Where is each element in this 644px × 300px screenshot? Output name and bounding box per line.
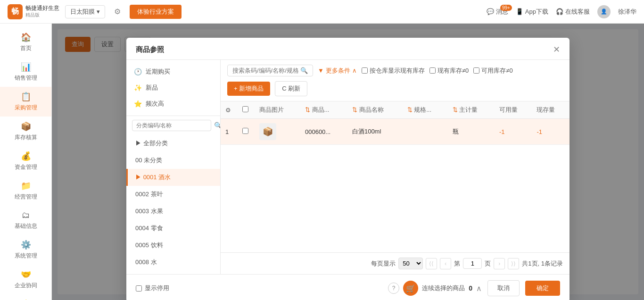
th-code[interactable]: ⇅ 商品... <box>300 101 347 119</box>
modal-title: 商品参照 <box>136 45 164 54</box>
home-icon: 🏠 <box>21 32 31 42</box>
select-all-checkbox[interactable] <box>242 106 248 112</box>
cart-area: ? 🛒 连续选择的商品 0 ∧ <box>388 281 482 296</box>
first-page-btn[interactable]: ⟨⟨ <box>426 258 437 269</box>
page-word: 第 <box>454 259 460 268</box>
modal-header: 商品参照 ✕ <box>126 38 570 60</box>
sidebar-item-basic[interactable]: 🗂 基础信息 <box>0 206 51 235</box>
checkbox-usable-ne0[interactable] <box>473 67 479 74</box>
basic-icon: 🗂 <box>22 210 30 220</box>
sidebar-label-finance: 资金管理 <box>15 163 37 171</box>
category-search-icon[interactable]: 🔍 <box>214 122 221 129</box>
product-thumbnail: 📦 <box>259 123 276 140</box>
th-spec[interactable]: ⇅ 规格... <box>403 101 448 119</box>
sales-icon: 📊 <box>21 62 31 72</box>
checkbox-warehouse-label[interactable]: 按仓库显示现有库存 <box>362 67 425 75</box>
page-number-input[interactable] <box>463 258 482 269</box>
th-name[interactable]: ⇅ 商品名称 <box>347 101 403 119</box>
th-checkbox[interactable] <box>238 101 255 119</box>
product-search-input[interactable] <box>232 67 298 74</box>
cell-code: 000600... <box>300 119 347 145</box>
sidebar-item-home[interactable]: 🏠 首页 <box>0 27 51 57</box>
sidebar-item-guide[interactable]: 🌟 新手引导 <box>0 294 51 300</box>
cell-checkbox[interactable] <box>238 119 255 145</box>
table-row[interactable]: 1 📦 000600... 白酒100ml 瓶 <box>221 119 570 145</box>
top-nav: 畅 畅捷通好生意 精品版 日太阳膜 ▾ ⚙ 体验行业方案 💬 消息 99+ 📱 … <box>0 0 644 24</box>
category-item-0003[interactable]: 0003 水果 <box>126 203 220 220</box>
category-list: ▶ 全部分类 00 未分类 ▶ 0001 酒水 0002 茶叶 <box>126 135 220 274</box>
sidebar: 🏠 首页 📊 销售管理 📋 采购管理 📦 库存核算 💰 资金管理 📁 经营管理 … <box>0 24 52 300</box>
pagination: 每页显示 50 100 200 ⟨⟨ ‹ 第 页 › <box>221 252 570 274</box>
cell-stock: -1 <box>532 119 570 145</box>
sidebar-item-sales[interactable]: 📊 销售管理 <box>0 57 51 87</box>
cell-unit: 瓶 <box>448 119 495 145</box>
checkbox-stock-label[interactable]: 现有库存≠0 <box>429 67 469 75</box>
star-icon: ⭐ <box>134 100 142 108</box>
search-icon[interactable]: 🔍 <box>300 67 308 74</box>
purchase-icon: 📋 <box>21 92 31 102</box>
sort-icon-name: ⇅ <box>352 106 357 113</box>
category-item-00[interactable]: 00 未分类 <box>126 152 220 169</box>
tab-frequent[interactable]: ⭐ 频次高 <box>126 96 220 112</box>
filter-btn[interactable]: ▼ 更多条件 ∧ <box>318 67 357 75</box>
nav-right: 💬 消息 99+ 📱 App下载 🎧 在线客服 👤 徐泽华 <box>487 5 636 18</box>
app-download-btn[interactable]: 📱 App下载 <box>516 8 548 16</box>
online-service-btn[interactable]: 🎧 在线客服 <box>556 8 590 16</box>
th-settings[interactable]: ⚙ <box>221 101 238 119</box>
last-page-btn[interactable]: ⟩⟩ <box>508 258 519 269</box>
sidebar-item-enterprise[interactable]: 🤝 企业协同 <box>0 265 51 294</box>
category-item-0001[interactable]: ▶ 0001 酒水 <box>126 169 220 186</box>
collapse-cart-icon[interactable]: ∧ <box>476 284 482 293</box>
product-reference-modal: 商品参照 ✕ 🕐 近期购买 ✨ <box>126 38 570 300</box>
cart-count: 0 <box>469 284 472 292</box>
page-size-select[interactable]: 50 100 200 <box>398 258 423 269</box>
table-header-row: ⚙ 商品图片 ⇅ 商品... ⇅ <box>221 101 570 119</box>
category-item-0004[interactable]: 0004 零食 <box>126 220 220 237</box>
th-usable: 可用量 <box>495 101 532 119</box>
modal-close-btn[interactable]: ✕ <box>553 44 560 55</box>
row-checkbox[interactable] <box>242 128 248 134</box>
sidebar-item-purchase[interactable]: 📋 采购管理 <box>0 87 51 117</box>
sidebar-item-system[interactable]: ⚙️ 系统管理 <box>0 235 51 265</box>
category-item-0002[interactable]: 0002 茶叶 <box>126 186 220 203</box>
sort-icon-unit: ⇅ <box>453 106 458 113</box>
avatar: 👤 <box>597 5 611 18</box>
refresh-btn[interactable]: C 刷新 <box>275 81 307 96</box>
page-word2: 页 <box>485 259 491 268</box>
sidebar-item-operation[interactable]: 📁 经营管理 <box>0 176 51 206</box>
experience-btn[interactable]: 体验行业方案 <box>130 5 182 19</box>
show-disabled-checkbox[interactable] <box>136 285 142 292</box>
sidebar-item-finance[interactable]: 💰 资金管理 <box>0 146 51 176</box>
right-panel: 🔍 ▼ 更多条件 ∧ 按仓库显示现有库存 <box>221 60 570 274</box>
main-layout: 🏠 首页 📊 销售管理 📋 采购管理 📦 库存核算 💰 资金管理 📁 经营管理 … <box>0 24 644 300</box>
tab-recent-purchase[interactable]: 🕐 近期购买 <box>126 64 220 80</box>
add-product-btn[interactable]: + 新增商品 <box>227 82 270 96</box>
category-item-0005[interactable]: 0005 饮料 <box>126 237 220 254</box>
help-btn[interactable]: ? <box>388 283 399 294</box>
modal-overlay: 商品参照 ✕ 🕐 近期购买 ✨ <box>52 24 644 300</box>
show-disabled-label[interactable]: 显示停用 <box>136 284 169 292</box>
category-item-0010[interactable]: 0010 家电 <box>126 271 220 274</box>
cell-index: 1 <box>221 119 238 145</box>
category-item-0008[interactable]: 0008 水 <box>126 254 220 271</box>
product-search-bar: 🔍 <box>227 65 313 76</box>
left-panel: 🕐 近期购买 ✨ 新品 ⭐ 频次高 <box>126 60 221 274</box>
tab-new-products[interactable]: ✨ 新品 <box>126 80 220 96</box>
cancel-btn[interactable]: 取消 <box>487 280 520 296</box>
checkbox-usable-label[interactable]: 可用库存≠0 <box>473 67 512 75</box>
confirm-btn[interactable]: 确定 <box>525 281 560 296</box>
branch-dropdown[interactable]: 日太阳膜 ▾ <box>65 5 105 18</box>
sidebar-label-operation: 经营管理 <box>15 193 37 201</box>
cart-btn[interactable]: 🛒 <box>403 281 418 296</box>
gear-button[interactable]: ⚙ <box>111 5 124 18</box>
th-unit[interactable]: ⇅ 主计量 <box>448 101 495 119</box>
category-search-input[interactable] <box>132 120 211 131</box>
sidebar-label-enterprise: 企业协同 <box>15 282 37 290</box>
checkbox-warehouse[interactable] <box>362 67 368 74</box>
category-item-all[interactable]: ▶ 全部分类 <box>126 135 220 152</box>
next-page-btn[interactable]: › <box>494 258 505 269</box>
prev-page-btn[interactable]: ‹ <box>440 258 451 269</box>
messages-btn[interactable]: 💬 消息 99+ <box>487 8 508 16</box>
checkbox-stock-ne0[interactable] <box>429 67 436 74</box>
sidebar-item-inventory[interactable]: 📦 库存核算 <box>0 117 51 146</box>
